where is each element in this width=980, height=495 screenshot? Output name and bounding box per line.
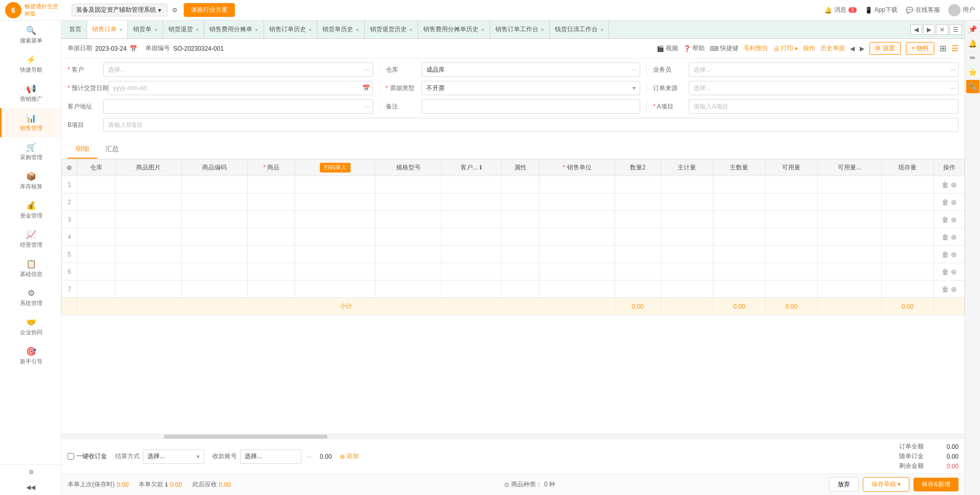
scrollbar-thumb[interactable] [164, 435, 328, 439]
tab-daily-workbench[interactable]: 钱货日清工作台 × [550, 20, 609, 39]
row7-customer-code[interactable] [442, 281, 501, 298]
close-return-history-tab[interactable]: × [409, 27, 412, 33]
row3-customer-code[interactable] [442, 211, 501, 228]
row2-qty2[interactable] [615, 193, 661, 211]
row1-stock[interactable] [881, 176, 933, 193]
customer-input[interactable]: 选择... [103, 62, 373, 77]
row6-product-code[interactable] [182, 263, 248, 281]
row7-main-unit[interactable] [661, 281, 713, 298]
row6-spec[interactable] [375, 263, 441, 281]
row5-stock[interactable] [881, 246, 933, 263]
row7-warehouse[interactable] [77, 281, 116, 298]
app-download-btn[interactable]: 📱 App下载 [865, 6, 898, 14]
row3-spec[interactable] [375, 211, 441, 228]
close-order-history-tab[interactable]: × [309, 27, 312, 33]
row3-attribute[interactable] [501, 211, 539, 228]
tab-order-history[interactable]: 销售订单历史 × [264, 20, 317, 39]
row6-main-unit[interactable] [661, 263, 713, 281]
sidebar-item-sales[interactable]: 📊 销售管理 [0, 108, 61, 137]
sidebar-item-finance[interactable]: 💰 资金管理 [0, 196, 61, 225]
history-link[interactable]: 历史单据 [820, 44, 845, 53]
sidebar-item-system[interactable]: ⚙ 系统管理 [0, 283, 61, 312]
right-btn-3[interactable]: ✏ [966, 51, 979, 64]
row3-product-code[interactable] [182, 211, 248, 228]
settings-icon[interactable]: ⚙ [172, 7, 178, 14]
view-link[interactable]: 🎬 视频 [657, 44, 678, 53]
tab-sales-return[interactable]: 销货退货 × [163, 20, 204, 39]
row1-attribute[interactable] [501, 176, 539, 193]
warehouse-input[interactable]: 成品库 [422, 62, 640, 77]
row1-product[interactable] [248, 176, 295, 193]
tab-summary[interactable]: 汇总 [97, 140, 127, 159]
row4-copy-icon[interactable]: ⊕ [951, 233, 957, 241]
scan-entry-btn[interactable]: 扫码录入 [320, 163, 351, 173]
close-sales-return-tab[interactable]: × [195, 27, 199, 33]
row3-warehouse[interactable] [77, 211, 116, 228]
sidebar-item-search[interactable]: 🔍 搜索菜单 [0, 20, 61, 50]
row6-sales-unit[interactable] [539, 263, 615, 281]
row6-available2[interactable] [818, 263, 882, 281]
row1-qty2[interactable] [615, 176, 661, 193]
payment-method-select[interactable]: 选择... ▾ [143, 449, 204, 464]
nav-next-icon[interactable]: ▶ [860, 45, 864, 52]
row4-product[interactable] [248, 228, 295, 246]
row6-product-image[interactable] [115, 263, 181, 281]
row1-delete-icon[interactable]: 🗑 [942, 181, 949, 189]
row2-product[interactable] [248, 193, 295, 211]
row4-spec[interactable] [375, 228, 441, 246]
customer-input-wrapper[interactable]: 选择... ··· [103, 62, 373, 77]
add-material-btn[interactable]: + 物料 [906, 42, 934, 55]
row7-available2[interactable] [818, 281, 882, 298]
invoice-type-select[interactable]: 不开票 ▾ [422, 81, 640, 95]
print-link[interactable]: 🖨 打印 ▾ [773, 44, 798, 53]
row5-product-image[interactable] [115, 246, 181, 263]
collapse-sidebar-btn[interactable]: ◀◀ [0, 480, 61, 495]
row1-available[interactable] [765, 176, 817, 193]
close-expense-split-tab[interactable]: × [255, 27, 258, 33]
a-project-input[interactable]: 请输入A项目 [689, 99, 959, 114]
row1-product-code[interactable] [182, 176, 248, 193]
row4-available[interactable] [765, 228, 817, 246]
b-project-input[interactable]: 请输入B项目 [103, 118, 959, 132]
close-daily-workbench-tab[interactable]: × [600, 27, 603, 33]
row2-warehouse[interactable] [77, 193, 116, 211]
row7-product-image[interactable] [115, 281, 181, 298]
row4-available2[interactable] [818, 228, 882, 246]
row4-sales-unit[interactable] [539, 228, 615, 246]
add-btn[interactable]: ⊕ 添加 [340, 452, 359, 461]
row6-qty2[interactable] [615, 263, 661, 281]
row3-available[interactable] [765, 211, 817, 228]
row4-attribute[interactable] [501, 228, 539, 246]
row4-customer-code[interactable] [442, 228, 501, 246]
tab-home[interactable]: 首页 [64, 20, 87, 39]
row6-attribute[interactable] [501, 263, 539, 281]
row2-main-unit[interactable] [661, 193, 713, 211]
row2-product-image[interactable] [115, 193, 181, 211]
row2-copy-icon[interactable]: ⊕ [951, 198, 957, 206]
sidebar-item-marketing[interactable]: 📢 营销推广 [0, 79, 61, 108]
row3-sales-unit[interactable] [539, 211, 615, 228]
grid-view-icon[interactable]: ⊞ [940, 44, 946, 53]
operate-link[interactable]: 操作 [803, 44, 815, 53]
discard-btn[interactable]: 放弃 [829, 477, 859, 492]
row4-product-code[interactable] [182, 228, 248, 246]
row7-spec[interactable] [375, 281, 441, 298]
row7-stock[interactable] [881, 281, 933, 298]
sidebar-item-purchase[interactable]: 🛒 采购管理 [0, 137, 61, 166]
row5-product[interactable] [248, 246, 295, 263]
row3-product-image[interactable] [115, 211, 181, 228]
warehouse-input-wrapper[interactable]: 成品库 ··· [422, 62, 640, 77]
save-draft-arrow[interactable]: ▾ [898, 481, 901, 488]
row7-product[interactable] [248, 281, 295, 298]
right-btn-5[interactable]: 🔧 [966, 80, 979, 93]
row6-available[interactable] [765, 263, 817, 281]
row6-main-qty[interactable] [713, 263, 765, 281]
row5-attribute[interactable] [501, 246, 539, 263]
row3-qty2[interactable] [615, 211, 661, 228]
tab-sales-bill[interactable]: 销货单 × [128, 20, 163, 39]
industry-btn[interactable]: 体验行业方案 [184, 3, 235, 17]
right-btn-2[interactable]: 🔔 [966, 37, 979, 50]
delivery-date-wrapper[interactable]: yyyy-mm-dd 📅 [108, 81, 373, 95]
user-menu[interactable]: 用户 [948, 4, 975, 16]
sidebar-item-enterprise[interactable]: 🤝 企业协同 [0, 312, 61, 341]
